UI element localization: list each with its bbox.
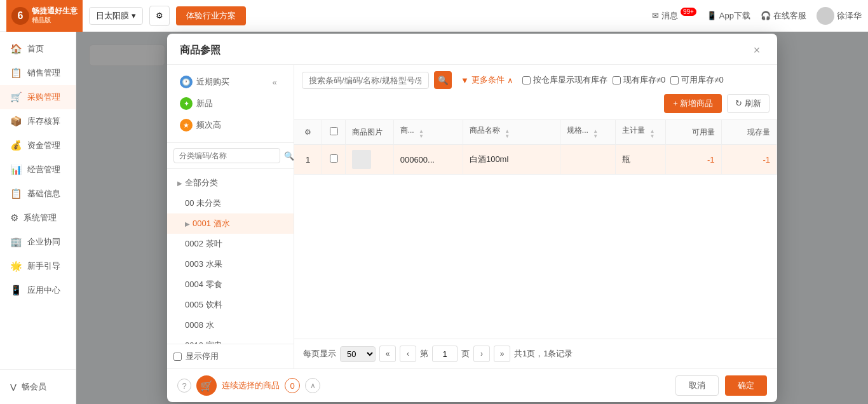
show-disabled-checkbox[interactable] bbox=[173, 353, 182, 361]
trial-button[interactable]: 体验行业方案 bbox=[176, 6, 246, 25]
last-page-button[interactable]: » bbox=[494, 346, 510, 362]
sidebar-label-operations: 经营管理 bbox=[27, 164, 60, 175]
member-icon: V bbox=[10, 382, 17, 393]
app-download-label: App下载 bbox=[719, 10, 750, 22]
page-suffix: 页 bbox=[461, 348, 470, 360]
next-page-icon: › bbox=[480, 349, 483, 358]
dialog-close-button[interactable]: × bbox=[749, 43, 764, 58]
avail-ne0-checkbox[interactable] bbox=[670, 76, 679, 84]
pagination: 每页显示 50 10 20 100 « ‹ bbox=[294, 339, 777, 368]
help-button[interactable]: ? bbox=[177, 379, 191, 393]
avail-ne0-label: 可用库存≠0 bbox=[681, 74, 723, 86]
messages-button[interactable]: ✉ 消息 99+ bbox=[652, 10, 696, 22]
sidebar-item-guide[interactable]: 🌟 新手引导 bbox=[0, 254, 76, 278]
sidebar-item-enterprise[interactable]: 🏢 企业协同 bbox=[0, 230, 76, 254]
page-size-select[interactable]: 50 10 20 100 bbox=[340, 346, 376, 362]
product-table: ⚙ 商品图片 bbox=[294, 120, 777, 175]
message-label: 消息 bbox=[661, 10, 678, 22]
quick-item-frequent[interactable]: ★ 频次高 bbox=[173, 114, 287, 136]
user-button[interactable]: 徐泽华 bbox=[817, 7, 862, 25]
tree-label-0004: 0004 零食 bbox=[185, 279, 222, 290]
first-page-button[interactable]: « bbox=[379, 346, 396, 362]
sidebar-item-basics[interactable]: 📋 基础信息 bbox=[0, 182, 76, 206]
online-service-button[interactable]: 🎧 在线客服 bbox=[761, 10, 806, 22]
warehouse-checkbox[interactable] bbox=[522, 76, 531, 84]
cancel-button[interactable]: 取消 bbox=[675, 375, 719, 396]
product-search-button[interactable]: 🔍 bbox=[434, 71, 452, 89]
category-search-icon[interactable]: 🔍 bbox=[284, 151, 294, 161]
sidebar-item-sales[interactable]: 📋 销售管理 bbox=[0, 61, 76, 85]
tree-item-0001[interactable]: ▶ 0001 酒水 bbox=[167, 213, 294, 234]
right-panel: 🔍 ▼ 更多条件 ∧ 按仓库显示现有库存 bbox=[294, 65, 777, 368]
th-avail[interactable]: 可用量 bbox=[666, 120, 721, 145]
inventory-icon: 📦 bbox=[10, 116, 22, 127]
quick-label-recent: 近期购买 bbox=[196, 76, 229, 88]
filter-label: 更多条件 bbox=[471, 74, 505, 86]
sidebar-item-purchase[interactable]: 🛒 采购管理 bbox=[0, 85, 76, 109]
quick-access: 🕐 近期购买 « ✦ 新品 ★ 频次高 bbox=[167, 65, 294, 143]
tree-item-0010[interactable]: 0010 家电 bbox=[167, 335, 294, 344]
tree-item-0004[interactable]: 0004 零食 bbox=[167, 274, 294, 295]
product-search-input[interactable] bbox=[302, 72, 429, 89]
prev-page-button[interactable]: ‹ bbox=[400, 346, 416, 362]
tree-item-0002[interactable]: 0002 茶叶 bbox=[167, 234, 294, 254]
finance-icon: 💰 bbox=[10, 140, 22, 151]
avail-ne0-filter: 可用库存≠0 bbox=[670, 74, 723, 86]
sidebar-item-inventory[interactable]: 📦 库存核算 bbox=[0, 109, 76, 133]
table-row[interactable]: 1 000600... 白酒100ml bbox=[294, 145, 777, 175]
tree-item-0005[interactable]: 0005 饮料 bbox=[167, 295, 294, 315]
th-unit[interactable]: 主计量 ▲▼ bbox=[616, 120, 666, 145]
sidebar-label-appstore: 应用中心 bbox=[27, 285, 60, 296]
refresh-button[interactable]: ↻ 刷新 bbox=[727, 94, 770, 113]
th-stock[interactable]: 现存量 bbox=[721, 120, 776, 145]
logo: 6 畅捷通好生意 精品版 bbox=[6, 0, 83, 32]
show-disabled-row: 显示停用 bbox=[173, 351, 287, 362]
add-product-button[interactable]: + 新增商品 bbox=[664, 94, 722, 113]
tree-item-0008[interactable]: 0008 水 bbox=[167, 315, 294, 335]
tree-item-00[interactable]: 00 未分类 bbox=[167, 193, 294, 213]
quick-item-recent[interactable]: 🕐 近期购买 « bbox=[173, 71, 287, 93]
settings-button[interactable]: ⚙ bbox=[149, 6, 170, 26]
more-filters-button[interactable]: ▼ 更多条件 ∧ bbox=[457, 72, 517, 88]
confirm-button[interactable]: 确定 bbox=[725, 375, 767, 396]
page-number-input[interactable] bbox=[432, 346, 458, 362]
tree-item-all[interactable]: ▶ 全部分类 bbox=[167, 173, 294, 193]
th-name[interactable]: 商品名称 ▲▼ bbox=[463, 120, 560, 145]
th-spec[interactable]: 规格... ▲▼ bbox=[560, 120, 615, 145]
sidebar-item-system[interactable]: ⚙ 系统管理 bbox=[0, 206, 76, 230]
stock-ne0-checkbox[interactable] bbox=[613, 76, 621, 84]
stock-ne0-label: 现有库存≠0 bbox=[623, 74, 665, 86]
settings-icon[interactable]: ⚙ bbox=[304, 128, 311, 137]
row-checkbox[interactable] bbox=[330, 154, 338, 163]
phone-icon: 📱 bbox=[707, 11, 717, 20]
tree-label-0002: 0002 茶叶 bbox=[185, 238, 222, 250]
sidebar-item-member[interactable]: V 畅会员 bbox=[0, 375, 76, 399]
online-service-label: 在线客服 bbox=[773, 10, 806, 22]
quick-item-new[interactable]: ✦ 新品 bbox=[173, 93, 287, 114]
next-page-button[interactable]: › bbox=[473, 346, 490, 362]
category-search-input[interactable] bbox=[173, 148, 280, 163]
sidebar-item-appstore[interactable]: 📱 应用中心 bbox=[0, 278, 76, 302]
filter-icon: ▼ bbox=[461, 76, 469, 85]
app-download-button[interactable]: 📱 App下载 bbox=[707, 10, 750, 22]
cart-text: 连续选择的商品 bbox=[222, 380, 280, 391]
sidebar-item-finance[interactable]: 💰 资金管理 bbox=[0, 133, 76, 158]
username-label: 徐泽华 bbox=[837, 10, 862, 22]
sidebar-item-operations[interactable]: 📊 经营管理 bbox=[0, 158, 76, 182]
select-all-checkbox[interactable] bbox=[330, 127, 338, 135]
logo-name: 畅捷通好生意 bbox=[32, 6, 78, 17]
total-info: 共1页，1条记录 bbox=[514, 348, 573, 360]
tree-item-0003[interactable]: 0003 水果 bbox=[167, 254, 294, 274]
cell-check bbox=[322, 145, 346, 175]
collapse-button[interactable]: « bbox=[268, 76, 281, 88]
cart-icon: 🛒 bbox=[196, 375, 217, 396]
th-settings: ⚙ bbox=[294, 120, 322, 145]
sidebar-item-home[interactable]: 🏠 首页 bbox=[0, 37, 76, 61]
th-code[interactable]: 商... ▲▼ bbox=[393, 120, 463, 145]
store-selector[interactable]: 日太阳膜 ▾ bbox=[89, 7, 143, 25]
category-search-row: 🔍 bbox=[167, 143, 294, 169]
footer-right: 取消 确定 bbox=[675, 375, 767, 396]
toolbar: 🔍 ▼ 更多条件 ∧ 按仓库显示现有库存 bbox=[294, 65, 777, 120]
footer-collapse-button[interactable]: ∧ bbox=[305, 378, 320, 393]
dialog-header: 商品参照 × bbox=[167, 34, 777, 65]
